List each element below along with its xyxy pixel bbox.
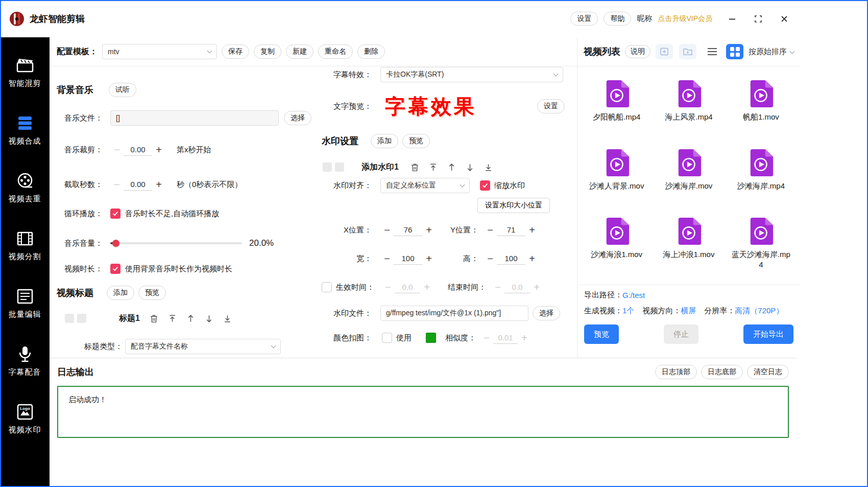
sidebar-item-batch-edit[interactable]: 批量编辑 xyxy=(0,274,50,332)
move-up-icon[interactable] xyxy=(447,163,456,172)
decrement-button[interactable]: − xyxy=(110,179,124,190)
x-position-value[interactable]: 76 xyxy=(394,224,422,236)
sidebar-item-video-split[interactable]: 视频分割 xyxy=(0,217,50,274)
list-view-button[interactable] xyxy=(704,44,721,59)
subtitle-settings-button[interactable]: 设置 xyxy=(537,99,565,113)
increment-button[interactable]: + xyxy=(422,225,436,235)
maximize-button[interactable] xyxy=(752,13,764,25)
vip-upgrade-link[interactable]: 点击升级VIP会员 xyxy=(658,14,712,24)
video-item[interactable]: 海上冲浪1.mov xyxy=(653,217,725,269)
preview-button[interactable]: 预览 xyxy=(584,324,619,344)
increment-button[interactable]: + xyxy=(525,253,539,264)
video-item[interactable]: 沙滩人背景.mov xyxy=(581,149,653,191)
video-duration-checkbox[interactable] xyxy=(110,264,120,274)
move-down-icon[interactable] xyxy=(204,314,214,323)
decrement-button[interactable]: − xyxy=(484,225,497,235)
log-output-box[interactable]: 启动成功！ xyxy=(57,386,789,438)
music-file-select-button[interactable]: 选择 xyxy=(284,111,311,125)
move-down-icon[interactable] xyxy=(465,163,475,172)
volume-slider[interactable] xyxy=(110,240,242,247)
generate-count-value[interactable]: 1个 xyxy=(622,306,634,316)
add-watermark-button[interactable]: 添加 xyxy=(371,134,398,148)
chroma-use-checkbox[interactable] xyxy=(382,333,392,343)
increment-button[interactable]: + xyxy=(152,145,165,155)
delete-item-icon[interactable] xyxy=(149,314,159,323)
resolution-value[interactable]: 高清（720P） xyxy=(735,306,783,316)
move-to-top-icon[interactable] xyxy=(167,314,177,323)
video-item[interactable]: 沙滩海岸.mov xyxy=(653,149,725,191)
slider-handle[interactable] xyxy=(112,240,119,247)
log-bottom-button[interactable]: 日志底部 xyxy=(701,365,743,379)
loop-play-checkbox[interactable] xyxy=(110,208,120,219)
video-list-info-button[interactable]: 说明 xyxy=(625,45,650,58)
settings-button[interactable]: 设置 xyxy=(570,12,598,26)
template-select[interactable]: mtv xyxy=(102,44,217,59)
music-file-input[interactable]: [] xyxy=(110,110,279,126)
add-video-button[interactable] xyxy=(656,44,673,59)
cut-seconds-value[interactable]: 0.00 xyxy=(124,178,152,191)
title-type-select[interactable]: 配音字幕文件名称 xyxy=(125,339,281,354)
move-to-top-icon[interactable] xyxy=(428,163,438,172)
export-path-link[interactable]: G:/test xyxy=(622,291,645,299)
effective-time-checkbox[interactable] xyxy=(322,282,332,292)
end-time-value[interactable]: 0.0 xyxy=(504,281,530,293)
chroma-color-swatch[interactable] xyxy=(426,333,436,343)
minimize-button[interactable] xyxy=(726,13,738,25)
move-to-bottom-icon[interactable] xyxy=(223,314,232,323)
sidebar-item-video-watermark[interactable]: Logo 视频水印 xyxy=(0,390,50,448)
audition-button[interactable]: 试听 xyxy=(109,83,136,97)
scale-watermark-checkbox[interactable] xyxy=(480,180,490,191)
watermark-align-select[interactable]: 自定义坐标位置 xyxy=(380,178,470,193)
nickname-label[interactable]: 昵称 xyxy=(637,14,652,24)
decrement-button[interactable]: − xyxy=(480,333,493,343)
decrement-button[interactable]: − xyxy=(110,145,124,155)
increment-button[interactable]: + xyxy=(530,282,543,292)
video-item[interactable]: 蓝天沙滩海岸.mp4 xyxy=(725,217,797,269)
add-title-button[interactable]: 添加 xyxy=(107,286,134,300)
grid-view-button[interactable] xyxy=(726,44,743,59)
video-item[interactable]: 沙滩海岸.mp4 xyxy=(725,149,797,191)
video-item[interactable]: 夕阳帆船.mp4 xyxy=(581,80,653,122)
decrement-button[interactable]: − xyxy=(491,282,504,292)
y-position-value[interactable]: 71 xyxy=(497,224,525,236)
preview-watermark-button[interactable]: 预览 xyxy=(402,134,430,148)
sidebar-item-smart-mix[interactable]: 智能混剪 xyxy=(0,43,50,101)
decrement-button[interactable]: − xyxy=(380,225,394,235)
clear-log-button[interactable]: 清空日志 xyxy=(747,365,789,379)
music-crop-value[interactable]: 0.00 xyxy=(124,144,152,156)
increment-button[interactable]: + xyxy=(518,333,531,343)
log-top-button[interactable]: 日志顶部 xyxy=(655,365,697,379)
rename-template-button[interactable]: 重命名 xyxy=(318,44,353,59)
sidebar-item-subtitle-dub[interactable]: 字幕配音 xyxy=(0,332,50,390)
close-button[interactable] xyxy=(778,13,790,25)
increment-button[interactable]: + xyxy=(525,225,539,235)
increment-button[interactable]: + xyxy=(152,179,165,190)
decrement-button[interactable]: − xyxy=(380,253,394,264)
start-export-button[interactable]: 开始导出 xyxy=(743,324,793,344)
height-value[interactable]: 100 xyxy=(497,252,525,265)
video-item[interactable]: 海上风景.mp4 xyxy=(653,80,725,122)
watermark-file-select-button[interactable]: 选择 xyxy=(533,306,560,320)
delete-template-button[interactable]: 删除 xyxy=(357,44,385,59)
watermark-size-position-button[interactable]: 设置水印大小位置 xyxy=(477,198,550,213)
sidebar-item-video-compose[interactable]: 视频合成 xyxy=(0,101,50,159)
similarity-value[interactable]: 0.01 xyxy=(493,332,518,344)
increment-button[interactable]: + xyxy=(420,282,433,292)
watermark-file-input[interactable]: g/ffmpeg test/img/文件@1x (1).png"] xyxy=(380,306,528,321)
preview-title-button[interactable]: 预览 xyxy=(138,286,166,300)
save-template-button[interactable]: 保存 xyxy=(222,44,249,59)
sidebar-item-video-dedupe[interactable]: 视频去重 xyxy=(0,159,50,217)
decrement-button[interactable]: − xyxy=(381,282,395,292)
decrement-button[interactable]: − xyxy=(484,253,497,264)
delete-item-icon[interactable] xyxy=(410,163,420,172)
video-item[interactable]: 帆船1.mov xyxy=(725,80,797,122)
width-value[interactable]: 100 xyxy=(394,252,422,265)
move-up-icon[interactable] xyxy=(186,314,196,323)
move-to-bottom-icon[interactable] xyxy=(484,163,493,172)
add-folder-button[interactable] xyxy=(679,44,696,59)
effective-time-value[interactable]: 0.0 xyxy=(395,281,420,293)
subtitle-effect-select[interactable]: 卡拉OK字幕(SRT) xyxy=(380,67,563,82)
copy-template-button[interactable]: 复制 xyxy=(254,44,281,59)
sort-order-select[interactable]: 按原始排序 xyxy=(749,47,794,57)
video-item[interactable]: 沙滩海浪1.mov xyxy=(581,217,653,269)
